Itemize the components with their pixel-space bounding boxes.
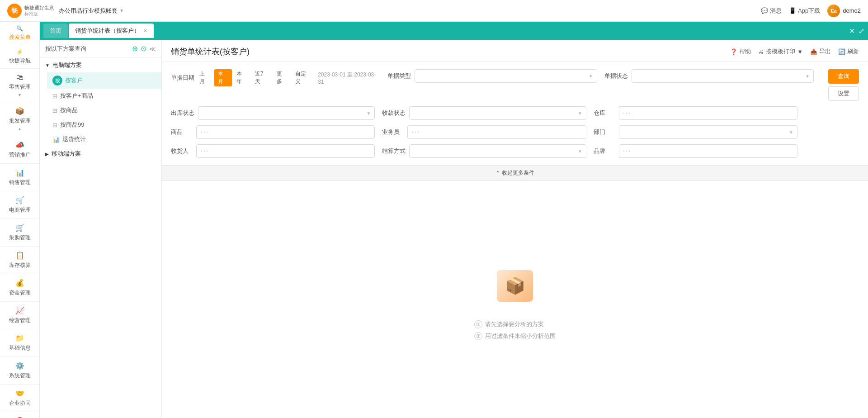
ecommerce-icon: 🛒 <box>15 196 24 204</box>
warehouse-input[interactable]: ··· <box>619 106 797 120</box>
payment-status-input[interactable]: ▼ <box>409 106 586 120</box>
export-button[interactable]: 📤 导出 <box>810 48 831 56</box>
date-tab-this-year[interactable]: 本年 <box>233 69 250 86</box>
retail-icon: 🛍 <box>16 73 24 81</box>
sidebar-item-finance[interactable]: 💰 资金管理 <box>0 274 39 302</box>
filter-row-3: 商品 ··· 业务员 ··· 部门 <box>171 125 859 139</box>
sidebar-item-basics[interactable]: 📁 基础信息 <box>0 329 39 357</box>
marketing-icon: 📣 <box>15 141 24 149</box>
help-button[interactable]: ❓ 帮助 <box>730 48 751 56</box>
data-area: ① 请先选择要分析的方案 ② 用过滤条件来缩小分析范围 <box>162 181 868 418</box>
top-bar-left: 畅 畅捷通好生意 标准版 办公用品行业模拟账套 ▼ <box>7 4 124 18</box>
settings-button[interactable]: 设置 <box>828 86 859 101</box>
expand-icon: ▲ <box>18 127 22 131</box>
tree-item-by-goods[interactable]: ⊟ 按商品 <box>47 103 161 118</box>
collapse-filters-button[interactable]: ⌃ 收起更多条件 <box>162 166 868 181</box>
sidebar-item-marketing[interactable]: 📣 营销推广 <box>0 136 39 164</box>
doc-type-field: 单据类型 ▼ <box>387 69 597 83</box>
brand-input[interactable]: ··· <box>619 144 797 158</box>
out-status-field: 出库状态 ▼ <box>171 106 375 120</box>
settings-scheme-button[interactable]: ⊙ <box>141 44 146 53</box>
message-icon: 💬 <box>761 7 768 14</box>
tree-desktop-section: ▼ 电脑端方案 按 按客户 ⊞ 按客户+商品 ⊟ <box>40 58 161 147</box>
collapse-left-panel-button[interactable]: ≪ <box>149 45 156 52</box>
date-tab-custom[interactable]: 自定义 <box>292 69 315 86</box>
system-icon: ⚙️ <box>15 361 24 370</box>
department-input[interactable]: ▼ <box>619 125 797 139</box>
empty-hint-1: ① 请先选择要分析的方案 <box>474 320 556 328</box>
tree-desktop-header[interactable]: ▼ 电脑端方案 <box>40 58 161 72</box>
goods-field: 商品 ··· <box>171 125 375 139</box>
sidebar-item-system[interactable]: ⚙️ 系统管理 <box>0 357 39 385</box>
refresh-button[interactable]: 🔄 刷新 <box>838 48 859 56</box>
sidebar-item-wholesale[interactable]: 📦 批发管理 ▲ <box>0 102 39 136</box>
sidebar-item-search[interactable]: 🔍 搜索菜单 <box>0 22 39 45</box>
sidebar-item-sales[interactable]: 📊 销售管理 <box>0 164 39 191</box>
page-title: 销货单统计表(按客户) <box>171 46 250 57</box>
receiver-input[interactable]: ··· <box>196 144 375 158</box>
date-filter: 单据日期 上月 本月 本年 近7天 更多 自定义 2023-03-01 至 20… <box>171 69 380 86</box>
enterprise-icon: 🤝 <box>15 389 24 398</box>
chevron-docstatus-icon: ▼ <box>805 74 810 79</box>
user-area[interactable]: Ea demo2 <box>827 5 861 17</box>
message-action[interactable]: 💬 消息 <box>761 7 782 15</box>
sidebar-item-retail[interactable]: 🛍 零售管理 ▼ <box>0 69 39 102</box>
add-scheme-button[interactable]: ⊕ <box>132 44 138 53</box>
filter-row-2: 出库状态 ▼ 收款状态 ▼ <box>171 106 859 120</box>
receiver-dots: ··· <box>200 147 209 155</box>
purchase-icon: 🛒 <box>15 223 24 232</box>
date-tab-this-month[interactable]: 本月 <box>214 69 232 86</box>
tab-home[interactable]: 首页 <box>43 24 68 38</box>
top-bar-right: 💬 消息 📱 App下载 Ea demo2 <box>761 5 861 17</box>
sidebar-item-enterprise[interactable]: 🤝 企业协同 <box>0 385 39 412</box>
workspace-selector[interactable]: 办公用品行业模拟账套 ▼ <box>59 7 124 15</box>
inventory-icon: 📋 <box>15 251 24 260</box>
tab-bar: 首页 销货单统计表（按客户） ✕ ✕ ⤢ <box>40 22 868 40</box>
empty-box <box>497 270 533 302</box>
out-status-input[interactable]: ▼ <box>198 106 375 120</box>
salesperson-field: 业务员 ··· <box>382 125 586 139</box>
warehouse-dots: ··· <box>623 109 632 117</box>
tab-close-icon[interactable]: ✕ <box>143 28 147 34</box>
empty-hint-2: ② 用过滤条件来缩小分析范围 <box>474 332 556 340</box>
sidebar-item-operations[interactable]: 📈 经营管理 <box>0 302 39 329</box>
tree-item-by-customer[interactable]: 按 按客户 <box>47 72 161 89</box>
empty-hints: ① 请先选择要分析的方案 ② 用过滤条件来缩小分析范围 <box>474 320 556 340</box>
download-icon: 📱 <box>789 7 796 14</box>
app-download-action[interactable]: 📱 App下载 <box>789 7 820 15</box>
doc-type-input[interactable]: ▼ <box>415 69 597 83</box>
chevron-out-icon: ▼ <box>366 111 371 116</box>
goods-input[interactable]: ··· <box>196 125 375 139</box>
tab-sales-stats[interactable]: 销货单统计表（按客户） ✕ <box>69 24 154 38</box>
query-button[interactable]: 查询 <box>828 69 859 84</box>
sidebar-item-purchase[interactable]: 🛒 采购管理 <box>0 219 39 247</box>
sidebar-item-quick[interactable]: ⚡ 快捷导航 <box>0 45 39 69</box>
finance-icon: 💰 <box>15 279 24 287</box>
date-tab-more[interactable]: 更多 <box>273 69 291 86</box>
sidebar-item-guide[interactable]: 🎯 新手引导 <box>0 412 39 418</box>
window-close-icon[interactable]: ✕ <box>849 27 855 35</box>
salesperson-input[interactable]: ··· <box>407 125 586 139</box>
tree-desktop-children: 按 按客户 ⊞ 按客户+商品 ⊟ 按商品 ⊟ 按 <box>40 72 161 147</box>
payment-method-input[interactable]: ▼ <box>409 144 586 158</box>
window-expand-icon[interactable]: ⤢ <box>859 27 864 35</box>
sidebar-item-inventory[interactable]: 📋 库存核算 <box>0 247 39 274</box>
receiver-field: 收货人 ··· <box>171 144 375 158</box>
empty-illustration <box>488 259 542 313</box>
template-print-button[interactable]: 🖨 按模板打印 ▼ <box>758 48 803 56</box>
tree-mobile-header[interactable]: ▶ 移动端方案 <box>40 147 161 161</box>
table-icon: ⊞ <box>52 93 57 100</box>
tree-item-by-customer-goods[interactable]: ⊞ 按客户+商品 <box>47 89 161 103</box>
date-tab-7days[interactable]: 近7天 <box>251 69 272 86</box>
grid2-icon: ⊟ <box>52 122 57 128</box>
tree-mobile-section: ▶ 移动端方案 <box>40 147 161 161</box>
filter-row-1: 单据日期 上月 本月 本年 近7天 更多 自定义 2023-03-01 至 20… <box>171 69 859 101</box>
doc-status-field: 单据状态 ▼ <box>604 69 814 83</box>
tree-item-by-goods-99[interactable]: ⊟ 按商品99 <box>47 118 161 132</box>
expand-down-icon: ▼ <box>45 63 50 68</box>
tree-item-return-stats[interactable]: 📊 退货统计 <box>47 132 161 147</box>
sidebar-item-ecommerce[interactable]: 🛒 电商管理 <box>0 191 39 219</box>
date-tab-last-month[interactable]: 上月 <box>196 69 213 86</box>
doc-status-input[interactable]: ▼ <box>632 69 814 83</box>
export-icon: 📤 <box>810 48 817 55</box>
